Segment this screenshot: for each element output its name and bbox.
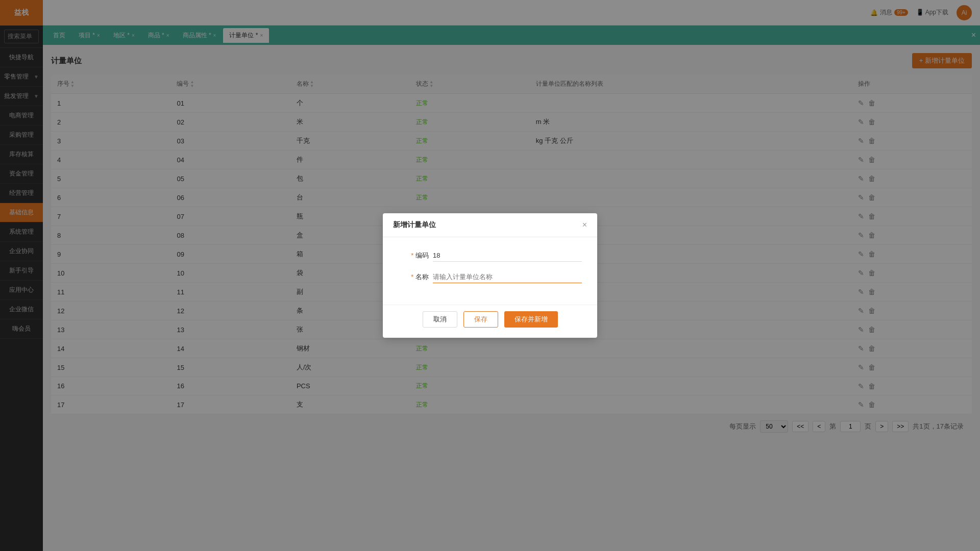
form-item-name: 名称 bbox=[398, 271, 582, 283]
name-label: 名称 bbox=[398, 272, 429, 282]
add-unit-modal: 新增计量单位 × 编码 名称 取消 保存 保存并新增 bbox=[383, 213, 597, 338]
modal-body: 编码 名称 bbox=[383, 237, 597, 305]
form-item-code: 编码 bbox=[398, 249, 582, 262]
save-button[interactable]: 保存 bbox=[463, 311, 498, 328]
modal-header: 新增计量单位 × bbox=[383, 213, 597, 237]
modal-title: 新增计量单位 bbox=[393, 220, 436, 230]
code-input[interactable] bbox=[433, 249, 582, 262]
cancel-button[interactable]: 取消 bbox=[423, 311, 457, 328]
save-and-new-button[interactable]: 保存并新增 bbox=[504, 311, 558, 328]
modal-footer: 取消 保存 保存并新增 bbox=[383, 305, 597, 338]
code-label: 编码 bbox=[398, 251, 429, 260]
name-input[interactable] bbox=[433, 271, 582, 283]
modal-close-button[interactable]: × bbox=[582, 220, 587, 230]
modal-overlay[interactable]: 新增计量单位 × 编码 名称 取消 保存 保存并新增 bbox=[0, 0, 980, 551]
